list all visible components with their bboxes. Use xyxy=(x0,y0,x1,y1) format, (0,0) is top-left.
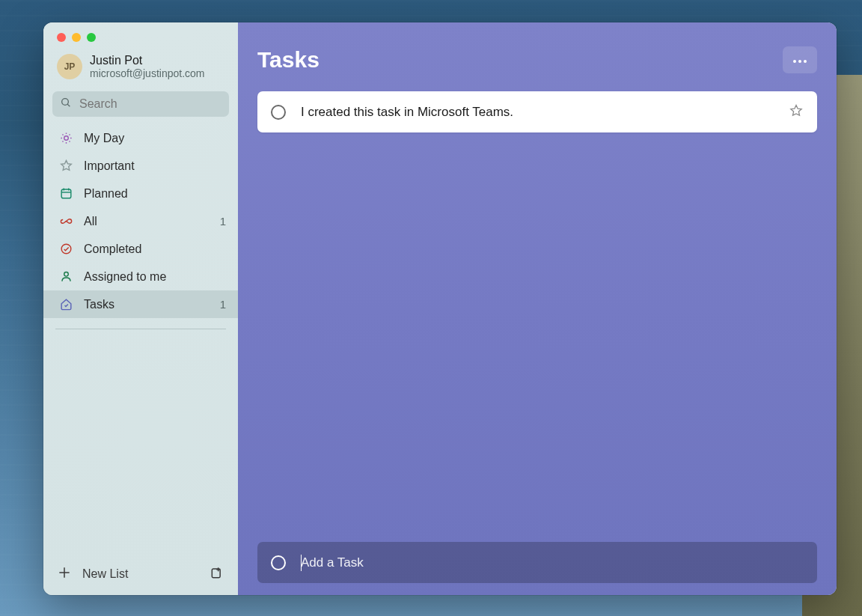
person-icon xyxy=(58,269,73,284)
sidebar-item-important[interactable]: Important xyxy=(43,152,238,180)
sidebar-item-label: Tasks xyxy=(84,298,210,311)
sidebar-divider xyxy=(55,329,226,329)
sidebar-item-planned[interactable]: Planned xyxy=(43,180,238,207)
infinity-icon xyxy=(58,214,73,229)
home-icon xyxy=(58,297,73,312)
new-list-label: New List xyxy=(82,567,128,581)
close-window-button[interactable] xyxy=(57,33,66,42)
new-group-icon xyxy=(210,565,224,583)
app-window: JP Justin Pot microsoft@justinpot.com My… xyxy=(43,22,837,595)
svg-point-24 xyxy=(804,60,807,63)
main-pane: Tasks I created this task in Microsoft T… xyxy=(238,22,837,595)
circle-icon xyxy=(271,555,286,570)
window-controls xyxy=(43,22,238,48)
sidebar-item-label: All xyxy=(84,215,210,228)
svg-line-9 xyxy=(62,141,63,141)
svg-line-8 xyxy=(69,141,70,141)
minimize-window-button[interactable] xyxy=(72,33,81,42)
task-row[interactable]: I created this task in Microsoft Teams. xyxy=(257,91,817,132)
svg-point-22 xyxy=(793,60,796,63)
sidebar-spacer xyxy=(43,332,238,555)
svg-point-15 xyxy=(61,244,71,254)
svg-line-7 xyxy=(62,134,63,135)
sidebar-item-label: Assigned to me xyxy=(84,270,216,284)
search-input[interactable] xyxy=(79,97,229,111)
svg-point-0 xyxy=(62,99,69,106)
sidebar-item-count: 1 xyxy=(220,215,226,228)
svg-line-10 xyxy=(69,134,70,135)
account-button[interactable]: JP Justin Pot microsoft@justinpot.com xyxy=(43,48,238,87)
list-options-button[interactable] xyxy=(783,46,817,73)
sidebar-item-label: Planned xyxy=(84,187,216,201)
check-circle-icon xyxy=(58,242,73,257)
sun-icon xyxy=(58,131,73,146)
search-field[interactable] xyxy=(52,91,229,117)
new-group-button[interactable] xyxy=(210,565,224,583)
new-list-button[interactable]: New List xyxy=(57,565,128,583)
star-icon xyxy=(58,159,73,174)
svg-point-2 xyxy=(64,136,68,141)
ellipsis-icon xyxy=(792,53,807,67)
sidebar: JP Justin Pot microsoft@justinpot.com My… xyxy=(43,22,238,595)
sidebar-item-assigned[interactable]: Assigned to me xyxy=(43,263,238,290)
svg-rect-19 xyxy=(212,569,220,578)
task-title: I created this task in Microsoft Teams. xyxy=(301,105,774,120)
user-info: Justin Pot microsoft@justinpot.com xyxy=(90,54,204,79)
svg-point-16 xyxy=(64,272,68,277)
add-task-field[interactable] xyxy=(257,542,817,583)
svg-rect-11 xyxy=(61,189,71,198)
sidebar-item-tasks[interactable]: Tasks 1 xyxy=(43,290,238,318)
sidebar-item-completed[interactable]: Completed xyxy=(43,235,238,263)
star-outline-icon xyxy=(789,108,804,121)
user-name: Justin Pot xyxy=(90,54,204,67)
svg-point-23 xyxy=(798,60,801,63)
sidebar-item-label: My Day xyxy=(84,132,216,145)
sidebar-item-label: Completed xyxy=(84,243,216,256)
avatar: JP xyxy=(57,54,82,79)
sidebar-item-all[interactable]: All 1 xyxy=(43,207,238,235)
user-email: microsoft@justinpot.com xyxy=(90,67,204,79)
task-complete-checkbox[interactable] xyxy=(271,105,286,120)
task-star-button[interactable] xyxy=(789,103,804,121)
sidebar-item-label: Important xyxy=(84,159,216,173)
calendar-icon xyxy=(58,186,73,201)
zoom-window-button[interactable] xyxy=(87,33,96,42)
list-header: Tasks xyxy=(238,22,837,87)
add-task-input[interactable] xyxy=(301,555,804,570)
text-cursor xyxy=(301,555,302,571)
smart-lists: My Day Important Planned xyxy=(43,124,238,326)
sidebar-item-count: 1 xyxy=(220,298,226,311)
sidebar-footer: New List xyxy=(43,555,238,595)
search-icon xyxy=(60,97,72,112)
sidebar-item-myday[interactable]: My Day xyxy=(43,124,238,152)
svg-line-1 xyxy=(67,104,70,106)
plus-icon xyxy=(57,565,72,583)
list-title: Tasks xyxy=(257,47,320,73)
